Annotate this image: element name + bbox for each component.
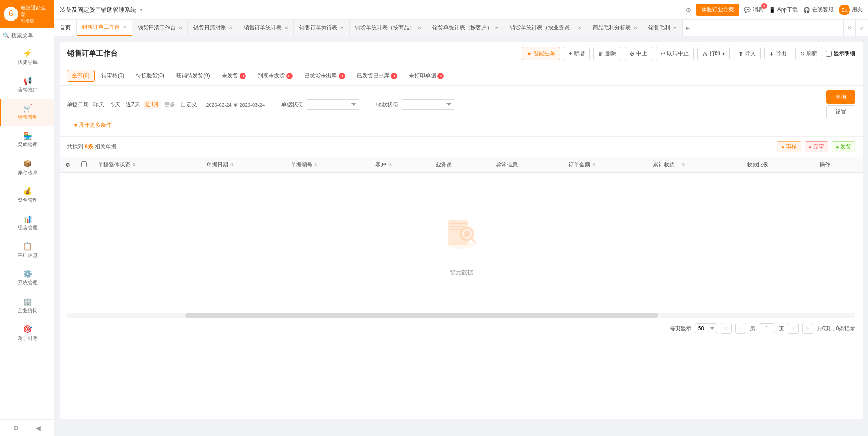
sidebar-item-sales[interactable]: 🛒 销售管理 bbox=[0, 99, 54, 126]
today-shortcut[interactable]: 今天 bbox=[108, 100, 122, 109]
last7days-shortcut[interactable]: 近7天 bbox=[124, 100, 142, 109]
filter-tab-all[interactable]: 全部(0) bbox=[67, 70, 95, 82]
filter-tab-overdue-unshipped[interactable]: 到期未发货 0 bbox=[253, 70, 297, 82]
page-size-select[interactable]: 50 100 200 bbox=[695, 323, 717, 333]
tab-sales-stat-close[interactable]: ✕ bbox=[284, 25, 288, 30]
tab-home[interactable]: 首页 bbox=[54, 20, 77, 36]
sidebar-item-basic-info[interactable]: 📋 基础信息 bbox=[0, 237, 54, 264]
tab-daily-clear[interactable]: 钱货日清工作台 ✕ bbox=[132, 20, 188, 36]
col-received[interactable]: 累计收款...⇅ bbox=[647, 157, 742, 173]
date-range-display: 2023-02-24 至 2023-03-24 bbox=[206, 102, 265, 109]
tab-sales-stat[interactable]: 销售订单统计表 ✕ bbox=[238, 20, 294, 36]
sidebar-item-guide[interactable]: 🎯 新手引导 bbox=[0, 319, 54, 347]
col-amount[interactable]: 订单金额⇅ bbox=[563, 157, 647, 173]
tab-sales-workbench-close[interactable]: ✕ bbox=[123, 25, 126, 30]
yesterday-shortcut[interactable]: 昨天 bbox=[91, 100, 106, 109]
tab-sales-exec[interactable]: 销售订单执行表 ✕ bbox=[294, 20, 350, 36]
import-button[interactable]: ⬆ 导入 bbox=[734, 47, 761, 60]
tab-staff-stat-close[interactable]: ✕ bbox=[578, 25, 581, 30]
tab-profit-stat-close[interactable]: ✕ bbox=[633, 25, 637, 30]
tab-staff-stat[interactable]: 销货单统计表（按业务员） ✕ bbox=[504, 20, 587, 36]
col-status[interactable]: 单据整体状态⇅ bbox=[92, 157, 201, 173]
filter-tab-shipped-out[interactable]: 已发货已出库 0 bbox=[352, 70, 402, 82]
topbar-gear-icon[interactable]: ⚙ bbox=[686, 6, 691, 14]
sidebar-item-finance[interactable]: 💰 资金管理 bbox=[0, 181, 54, 209]
tab-profit-stat[interactable]: 商品毛利分析表 ✕ bbox=[587, 20, 643, 36]
filter-tab-pending-inspect[interactable]: 待拣验货(0) bbox=[131, 70, 169, 82]
tab-scroll-right[interactable]: ▶ bbox=[682, 20, 692, 36]
sidebar-item-marketing[interactable]: 📢 营销推广 bbox=[0, 71, 54, 99]
export-button[interactable]: ⬇ 导出 bbox=[764, 47, 791, 60]
expand-conditions-btn[interactable]: ▾ 展开更多条件 bbox=[74, 121, 848, 129]
tab-sales-workbench[interactable]: 销售订单工作台 ✕ bbox=[77, 20, 132, 36]
ship-action-tag[interactable]: ● 发货 bbox=[832, 141, 855, 152]
sidebar-item-inventory[interactable]: 📦 库存核算 bbox=[0, 154, 54, 181]
solution-button[interactable]: 体验行业方案 bbox=[696, 4, 739, 16]
settings-bottom-icon[interactable]: ⚙ bbox=[13, 424, 19, 431]
tab-goods-stat[interactable]: 销货单统计表（按商品） ✕ bbox=[350, 20, 427, 36]
tab-sales-profit[interactable]: 销售毛利 ✕ bbox=[643, 20, 682, 36]
last-page-btn[interactable]: » bbox=[802, 323, 813, 334]
sidebar-item-quick-nav[interactable]: ⚡ 快捷导航 bbox=[0, 43, 54, 71]
new-button[interactable]: + 新增 bbox=[564, 47, 590, 60]
refresh-icon: ↻ bbox=[800, 51, 805, 57]
horizontal-scrollbar[interactable] bbox=[67, 313, 855, 318]
col-checkbox[interactable] bbox=[76, 157, 92, 173]
query-button[interactable]: 查询 bbox=[826, 90, 855, 104]
unprinted-badge: 0 bbox=[437, 73, 444, 79]
tab-close-all[interactable]: ✕ bbox=[844, 20, 856, 36]
page-input[interactable] bbox=[759, 323, 775, 333]
scrollbar-thumb[interactable] bbox=[185, 313, 658, 318]
tab-maximize[interactable]: ⤢ bbox=[856, 20, 868, 36]
custom-shortcut[interactable]: 自定义 bbox=[179, 100, 199, 109]
tab-daily-reconcile[interactable]: 钱货日清对账 ✕ bbox=[188, 20, 238, 36]
filter-tab-unprinted[interactable]: 未打印单据 0 bbox=[404, 70, 449, 82]
filter-tab-unshipped[interactable]: 未发货 0 bbox=[217, 70, 251, 82]
tab-goods-stat-close[interactable]: ✕ bbox=[417, 25, 421, 30]
col-settings[interactable]: ⚙ bbox=[60, 157, 76, 173]
stop-button[interactable]: ⊘ 中止 bbox=[625, 47, 652, 60]
last-month-shortcut[interactable]: 近1月 bbox=[144, 100, 161, 109]
prev-page-btn[interactable]: ‹ bbox=[735, 323, 746, 334]
sidebar-item-system[interactable]: ⚙️ 系统管理 bbox=[0, 264, 54, 292]
next-page-btn[interactable]: › bbox=[788, 323, 799, 334]
tab-customer-stat-close[interactable]: ✕ bbox=[495, 25, 499, 30]
sidebar-logo[interactable]: 6 畅捷通好生意 标准版 bbox=[0, 0, 54, 28]
more-shortcut[interactable]: 更多 bbox=[163, 100, 177, 109]
review-action-tag[interactable]: ● 审核 bbox=[777, 141, 801, 152]
void-action-tag[interactable]: ● 弃审 bbox=[805, 141, 828, 152]
tab-daily-reconcile-close[interactable]: ✕ bbox=[229, 25, 232, 30]
col-date[interactable]: 单据日期⇅ bbox=[201, 157, 286, 173]
smart-create-button[interactable]: ★ 智能生单 bbox=[522, 47, 560, 60]
tab-daily-clear-close[interactable]: ✕ bbox=[178, 25, 182, 30]
filter-tab-pending-review[interactable]: 待审核(0) bbox=[96, 70, 129, 82]
filter-tab-shipped-not-out[interactable]: 已发货未出库 0 bbox=[299, 70, 350, 82]
refresh-button[interactable]: ↻ 刷新 bbox=[795, 47, 822, 60]
status-select[interactable] bbox=[306, 99, 360, 110]
sidebar-item-purchase[interactable]: 🏪 采购管理 bbox=[0, 126, 54, 154]
sidebar-item-enterprise[interactable]: 🏢 企业协同 bbox=[0, 292, 54, 319]
select-all-checkbox[interactable] bbox=[81, 161, 87, 167]
sidebar-search-item[interactable]: 🔍 搜索菜单 bbox=[0, 28, 54, 43]
tab-customer-stat[interactable]: 销货单统计表（按客户） ✕ bbox=[427, 20, 504, 36]
show-detail-label[interactable]: 显示明细 bbox=[826, 50, 855, 57]
system-dropdown-icon[interactable]: ▼ bbox=[139, 7, 144, 12]
tab-sales-exec-close[interactable]: ✕ bbox=[340, 25, 344, 30]
sidebar-item-operation[interactable]: 📊 经营管理 bbox=[0, 209, 54, 237]
tab-sales-profit-close[interactable]: ✕ bbox=[673, 25, 676, 30]
collapse-icon[interactable]: ◀ bbox=[36, 424, 41, 431]
online-service-item[interactable]: 🎧 在线客服 bbox=[803, 6, 834, 14]
show-detail-checkbox[interactable] bbox=[826, 51, 832, 57]
message-item[interactable]: 💬 消息 6 bbox=[744, 6, 763, 14]
delete-button[interactable]: 🗑 删除 bbox=[593, 47, 621, 60]
first-page-btn[interactable]: « bbox=[721, 323, 732, 334]
col-number[interactable]: 单据编号⇅ bbox=[285, 157, 370, 173]
payment-select[interactable] bbox=[401, 99, 455, 110]
cancel-stop-button[interactable]: ↩ 取消中止 bbox=[656, 47, 694, 60]
user-item[interactable]: Ea 用友 bbox=[839, 5, 863, 15]
print-button[interactable]: 🖨 打印 ▾ bbox=[697, 47, 730, 60]
set-button[interactable]: 设置 bbox=[826, 105, 855, 118]
col-customer[interactable]: 客户⇅ bbox=[370, 157, 430, 173]
app-download-item[interactable]: 📱 App下载 bbox=[769, 6, 798, 14]
filter-tab-shop-pending-ship[interactable]: 旺铺待发货(0) bbox=[171, 70, 215, 82]
